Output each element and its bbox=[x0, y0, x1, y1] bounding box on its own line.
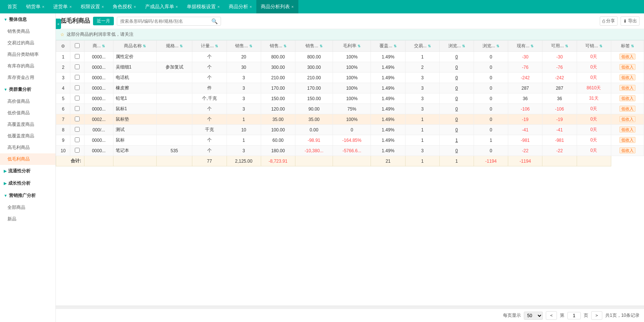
nav-purchase[interactable]: 进货单 × bbox=[49, 0, 76, 13]
next-page-btn[interactable]: ＞ bbox=[591, 311, 602, 320]
sort-code-icon[interactable]: ⇅ bbox=[102, 44, 105, 48]
row-checkbox[interactable] bbox=[70, 62, 84, 73]
sidebar-group-cluster[interactable]: ▼ 类群量分析 bbox=[0, 83, 55, 96]
sidebar-item-low-value[interactable]: 低价值商品 bbox=[0, 107, 55, 119]
row-name[interactable]: 鼠标1 bbox=[113, 104, 156, 114]
sort-current-icon[interactable]: ⇅ bbox=[531, 44, 534, 48]
nav-product-analysis-list[interactable]: 商品分析列表 × bbox=[256, 0, 298, 13]
sort-unit-icon[interactable]: ⇅ bbox=[215, 44, 218, 48]
row-browse1[interactable]: 0 bbox=[439, 104, 474, 114]
row-checkbox[interactable] bbox=[70, 135, 84, 146]
nav-purchase-close[interactable]: × bbox=[69, 4, 71, 9]
sort-amount-icon[interactable]: ⇅ bbox=[283, 44, 286, 48]
row-browse1[interactable]: 0 bbox=[439, 125, 474, 135]
sidebar-item-high-value[interactable]: 高价值商品 bbox=[0, 96, 55, 107]
share-button[interactable]: ⎙ 分享 bbox=[600, 16, 618, 26]
row-select-checkbox[interactable] bbox=[75, 85, 80, 90]
sidebar-group-overview[interactable]: ▼ 整体信息 bbox=[0, 13, 55, 26]
nav-permission-close[interactable]: × bbox=[102, 4, 104, 9]
sidebar-item-sales-products[interactable]: 销售类商品 bbox=[0, 26, 55, 37]
sidebar-group-growth[interactable]: ▶ 成长性分析 bbox=[0, 177, 55, 189]
nav-product-close[interactable]: × bbox=[250, 4, 252, 9]
sidebar-item-all-products[interactable]: 全部商品 bbox=[0, 202, 55, 213]
sidebar-item-inventory-capital[interactable]: 库存资金占用 bbox=[0, 72, 55, 83]
row-browse1[interactable]: 0 bbox=[439, 73, 474, 83]
row-name[interactable]: 鼠标 bbox=[113, 135, 156, 146]
sidebar-item-low-coverage[interactable]: 低覆盖度商品 bbox=[0, 130, 55, 142]
sidebar-item-in-stock[interactable]: 有库存的商品 bbox=[0, 60, 55, 72]
sort-spec-icon[interactable]: ⇅ bbox=[180, 44, 183, 48]
sort-name-icon[interactable]: ⇅ bbox=[143, 44, 146, 48]
sidebar-item-low-profit[interactable]: 低毛利商品 bbox=[0, 153, 55, 165]
row-select-checkbox[interactable] bbox=[75, 106, 80, 111]
nav-list-close[interactable]: × bbox=[291, 4, 294, 9]
sort-qty-icon[interactable]: ⇅ bbox=[249, 44, 252, 48]
sidebar-item-high-profit[interactable]: 高毛利商品 bbox=[0, 142, 55, 153]
row-select-checkbox[interactable] bbox=[75, 96, 80, 101]
nav-home[interactable]: 首页 bbox=[3, 0, 22, 13]
sidebar-collapse-btn[interactable]: « bbox=[56, 19, 61, 29]
row-select-checkbox[interactable] bbox=[75, 75, 80, 80]
sidebar-group-liquidity[interactable]: ▶ 流通性分析 bbox=[0, 165, 55, 177]
sidebar-item-high-coverage[interactable]: 高覆盖度商品 bbox=[0, 119, 55, 130]
nav-sales-close[interactable]: × bbox=[42, 4, 44, 9]
sort-browse1-icon[interactable]: ⇅ bbox=[462, 44, 465, 48]
row-name[interactable]: 电话机 bbox=[113, 73, 156, 83]
sidebar-item-new-products[interactable]: 新品 bbox=[0, 213, 55, 225]
row-select-checkbox[interactable] bbox=[75, 54, 80, 59]
sidebar-item-traded-products[interactable]: 交易过的商品 bbox=[0, 37, 55, 49]
sort-rate-icon[interactable]: ⇅ bbox=[358, 44, 361, 48]
row-browse1[interactable]: 0 bbox=[439, 114, 474, 125]
row-name[interactable]: 吴细细1 bbox=[113, 62, 156, 73]
horizontal-scrollbar[interactable] bbox=[56, 306, 644, 309]
nav-role-close[interactable]: × bbox=[134, 4, 136, 9]
col-settings[interactable]: ⚙ bbox=[56, 41, 70, 52]
row-select-checkbox[interactable] bbox=[75, 117, 80, 121]
per-page-select[interactable]: 50 100 200 bbox=[524, 312, 543, 320]
row-name[interactable]: 笔记本 bbox=[113, 146, 156, 156]
row-browse1[interactable]: 0 bbox=[439, 146, 474, 156]
row-name[interactable]: 鼠标垫 bbox=[113, 114, 156, 125]
sort-tx-icon[interactable]: ⇅ bbox=[428, 44, 431, 48]
row-name[interactable]: 铅笔1 bbox=[113, 93, 156, 104]
row-checkbox[interactable] bbox=[70, 125, 84, 135]
row-checkbox[interactable] bbox=[70, 93, 84, 104]
sort-available-icon[interactable]: ⇅ bbox=[565, 44, 568, 48]
row-browse1[interactable]: 1 bbox=[439, 135, 474, 146]
page-number-input[interactable] bbox=[567, 312, 581, 319]
row-select-checkbox[interactable] bbox=[75, 137, 80, 142]
nav-finished-goods[interactable]: 产成品入库单 × bbox=[141, 0, 182, 13]
sidebar-item-category-rate[interactable]: 商品分类助销率 bbox=[0, 49, 55, 60]
nav-template[interactable]: 单据模板设置 × bbox=[182, 0, 224, 13]
row-select-checkbox[interactable] bbox=[75, 127, 80, 132]
search-input[interactable] bbox=[120, 19, 211, 24]
row-browse1[interactable]: 0 bbox=[439, 93, 474, 104]
sort-browse2-icon[interactable]: ⇅ bbox=[496, 44, 499, 48]
row-checkbox[interactable] bbox=[70, 52, 84, 62]
sort-profit-icon[interactable]: ⇅ bbox=[320, 44, 323, 48]
select-all-checkbox[interactable] bbox=[75, 43, 80, 48]
row-name[interactable]: 属性定价 bbox=[113, 52, 156, 62]
nav-sales[interactable]: 销货单 × bbox=[22, 0, 49, 13]
row-select-checkbox[interactable] bbox=[75, 148, 80, 153]
row-checkbox[interactable] bbox=[70, 146, 84, 156]
row-name[interactable]: 测试 bbox=[113, 125, 156, 135]
row-browse1[interactable]: 0 bbox=[439, 52, 474, 62]
filter-period-button[interactable]: 近一月 bbox=[93, 17, 114, 25]
settings-icon[interactable]: ⚙ bbox=[61, 44, 65, 49]
row-checkbox[interactable] bbox=[70, 83, 84, 93]
row-browse1[interactable]: 0 bbox=[439, 62, 474, 73]
row-checkbox[interactable] bbox=[70, 114, 84, 125]
sort-coverage-icon[interactable]: ⇅ bbox=[394, 44, 397, 48]
row-checkbox[interactable] bbox=[70, 73, 84, 83]
nav-finished-close[interactable]: × bbox=[176, 4, 178, 9]
row-checkbox[interactable] bbox=[70, 104, 84, 114]
nav-permission[interactable]: 权限设置 × bbox=[76, 0, 108, 13]
row-name[interactable]: 橡皮擦 bbox=[113, 83, 156, 93]
sort-saleable-icon[interactable]: ⇅ bbox=[599, 44, 602, 48]
prev-page-btn[interactable]: ＜ bbox=[546, 311, 557, 320]
export-button[interactable]: ⬇ 导出 bbox=[621, 16, 640, 26]
nav-template-close[interactable]: × bbox=[217, 4, 220, 9]
search-icon[interactable]: 🔍 bbox=[211, 18, 218, 24]
table-container[interactable]: ⚙ 商... ⇅ 商品名称 ⇅ 规格... ⇅ 计量... ⇅ 销售... ⇅ … bbox=[56, 40, 644, 306]
